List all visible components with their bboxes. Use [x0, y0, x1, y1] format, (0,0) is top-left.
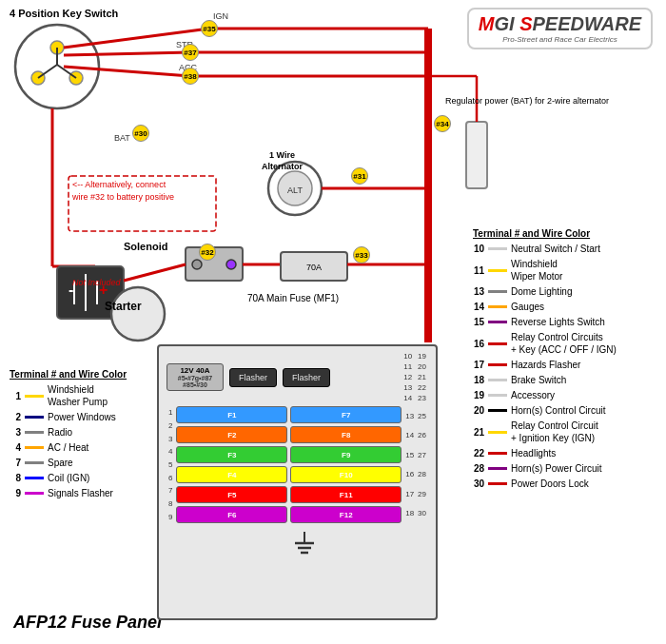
wire-number-badge-b38: #38: [182, 68, 199, 85]
right-terminal-row: 17 Hazards Flasher: [473, 359, 658, 371]
svg-line-6: [57, 65, 76, 78]
wire-number-badge-b31: #31: [351, 167, 368, 185]
wire-number-badge-b37: #37: [182, 44, 199, 61]
right-terminal-row: 30 Power Doors Lock: [473, 478, 658, 490]
right-terminal-row: 13 Dome Lighting: [473, 285, 658, 298]
wire-color-line: [488, 467, 507, 470]
svg-text:IGN: IGN: [213, 11, 228, 21]
svg-text:ALT: ALT: [287, 185, 303, 195]
right-terminal-row: 14 Gauges: [473, 301, 658, 313]
wire-color-line: [488, 342, 507, 345]
svg-point-24: [226, 260, 236, 269]
left-terminal-row: 2 Power Windows: [10, 411, 157, 423]
svg-point-2: [31, 71, 45, 85]
starter-label: Starter: [105, 300, 142, 313]
outer-right-numbers: 252627282930: [418, 406, 426, 523]
left-terminal-row: 7 Spare: [10, 457, 157, 469]
right-terminal-row: 10 Neutral Switch / Start: [473, 243, 658, 255]
wire-color-line: [25, 395, 44, 398]
right-terminal-list: 10 Neutral Switch / Start 11 WindshieldW…: [473, 243, 658, 490]
wire-color-line: [25, 446, 44, 449]
svg-point-38: [111, 287, 165, 341]
right-terminal-row: 19 Accessory: [473, 389, 658, 401]
svg-line-9: [64, 52, 190, 55]
left-terminal-list: 1 WindshieldWasher Pump 2 Power Windows …: [10, 383, 157, 499]
wire-color-line: [488, 452, 507, 455]
right-terminal-row: 16 Relay Control Circuits+ Key (ACC / OF…: [473, 331, 658, 356]
switch-title: 4 Position Key Switch: [10, 8, 118, 19]
fuse-area: 123456789 F1F7F2F8F3F9F4F10F5F11F6F12 13…: [159, 406, 436, 529]
wire-color-line: [25, 492, 44, 495]
svg-point-23: [192, 260, 202, 269]
wire-color-line: [488, 482, 507, 485]
left-panel-numbers: 123456789: [168, 406, 172, 523]
logo-tagline: Pro-Street and Race Car Electrics: [479, 35, 641, 44]
fuse-item: F9: [290, 446, 402, 463]
wire-color-line: [488, 321, 507, 323]
wire-color-line: [488, 247, 507, 250]
svg-text:BAT: BAT: [114, 133, 130, 143]
right-terminal-row: 18 Brake Switch: [473, 374, 658, 386]
wire-color-line: [25, 431, 44, 434]
wire-number-badge-b32: #32: [199, 244, 216, 261]
solenoid-label: Solenoid: [124, 241, 167, 252]
alternator-label: 1 WireAlternator: [262, 150, 303, 172]
svg-text:70A: 70A: [306, 263, 322, 272]
fuse-item: F4: [176, 466, 287, 483]
left-terminal-row: 3 Radio: [10, 426, 157, 439]
right-terminal-row: 22 Headlights: [473, 447, 658, 459]
not-included-label: Not Included: [72, 278, 121, 287]
fuse-item: F7: [290, 406, 402, 423]
wire-color-line: [25, 461, 44, 464]
fuse-grid: F1F7F2F8F3F9F4F10F5F11F6F12: [176, 406, 402, 523]
fuse-item: F11: [290, 486, 402, 503]
right-terminal-row: 11 WindshieldWiper Motor: [473, 258, 658, 283]
fuse-item: F1: [176, 406, 287, 423]
svg-point-3: [69, 71, 83, 85]
fuse-item: F5: [176, 486, 287, 503]
wire-color-line: [488, 431, 507, 434]
fuse-item: F3: [176, 446, 287, 463]
left-terminal-row: 4 AC / Heat: [10, 441, 157, 454]
right-terminal-row: 20 Horn(s) Control Circuit: [473, 404, 658, 417]
wire-color-line: [488, 305, 507, 308]
logo-area: MGI SPEEDWARE Pro-Street and Race Car El…: [467, 8, 653, 49]
svg-point-0: [15, 25, 99, 108]
left-terminal-row: 1 WindshieldWasher Pump: [10, 383, 157, 408]
wire-color-line: [25, 416, 44, 419]
right-terminal-row: 28 Horn(s) Power Circuit: [473, 462, 658, 475]
wire-number-badge-b33: #33: [353, 246, 370, 263]
wire-color-line: [488, 290, 507, 293]
fuse-item: F6: [176, 506, 287, 523]
svg-line-5: [38, 65, 57, 78]
fuse-item: F2: [176, 426, 287, 443]
left-terminal-row: 8 Coil (IGN): [10, 472, 157, 484]
wire-number-badge-b35: #35: [201, 20, 218, 37]
svg-point-1: [50, 41, 64, 54]
ground-symbol: [290, 532, 319, 560]
alt-connect-text: <-- Alternatively, connectwire #32 to ba…: [72, 179, 213, 203]
fuse-item: F8: [290, 426, 402, 443]
fuse-panel-box: 12V 40A #5•#7g•#87#85•#30 Flasher Flashe…: [157, 344, 438, 620]
right-terminal-row: 21 Relay Control Circuit+ Ignition Key (…: [473, 420, 658, 444]
svg-point-31: [278, 171, 312, 205]
inner-right-numbers: 131415161718: [405, 406, 414, 523]
fuse-item: F12: [290, 506, 402, 523]
relay-box: 12V 40A #5•#7g•#87#85•#30: [166, 363, 224, 391]
svg-line-25: [124, 264, 186, 281]
right-terminal-title: Terminal # and Wire Color: [473, 228, 658, 239]
left-terminal-row: 9 Signals Flasher: [10, 487, 157, 499]
wire-color-line: [488, 379, 507, 381]
right-terminal-row: 15 Reverse Lights Switch: [473, 316, 658, 328]
wire-color-line: [488, 394, 507, 397]
regulator-label: Regulator power (BAT) for 2-wire alterna…: [445, 95, 609, 107]
left-terminal-title: Terminal # and Wire Color: [10, 369, 157, 380]
main-diagram: + - 70A ALT: [0, 0, 666, 644]
wire-number-badge-b34: #34: [434, 115, 451, 132]
logo-brand: MGI SPEEDWARE: [479, 13, 641, 35]
main-fuse-label: 70A Main Fuse (MF1): [247, 293, 339, 303]
panel-right-numbers: 1011121314: [403, 352, 412, 402]
panel-far-right-numbers: 1920212223: [418, 352, 426, 402]
svg-rect-35: [466, 122, 487, 188]
right-terminal-section: Terminal # and Wire Color 10 Neutral Swi…: [473, 228, 658, 493]
